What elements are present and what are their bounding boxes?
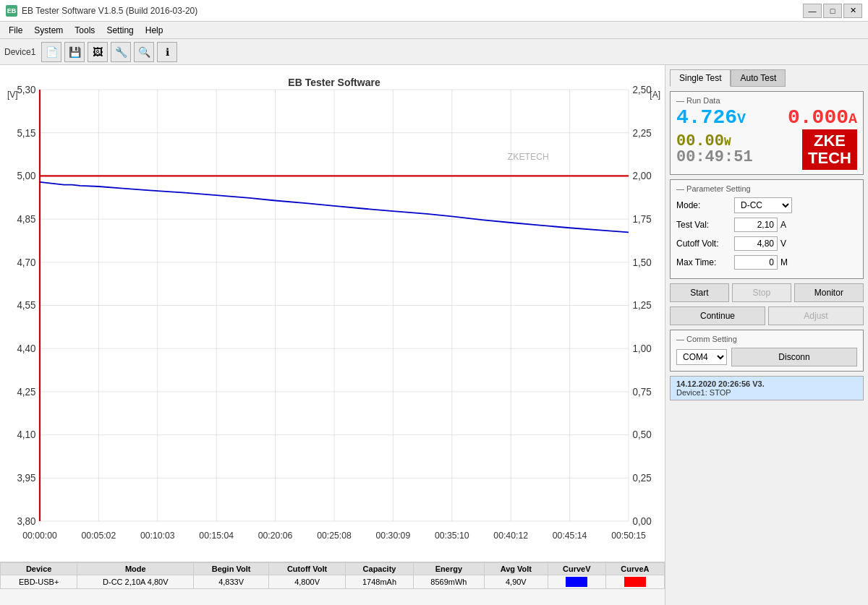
tabs: Single Test Auto Test <box>670 69 864 87</box>
cell-cutoff-volt: 4,800V <box>268 575 345 589</box>
device-label: Device1 <box>4 47 35 57</box>
svg-text:4,25: 4,25 <box>17 385 35 398</box>
tab-single-test[interactable]: Single Test <box>670 69 731 87</box>
chart-title: EB Tester Software <box>40 72 629 90</box>
svg-text:00:45:14: 00:45:14 <box>553 530 587 541</box>
svg-text:00:35:10: 00:35:10 <box>435 530 469 541</box>
monitor-button[interactable]: Monitor <box>794 283 864 302</box>
power-display: 00.00W <box>676 134 753 150</box>
menu-file[interactable]: File <box>3 24 28 37</box>
svg-text:5,15: 5,15 <box>17 126 35 139</box>
svg-text:00:10:03: 00:10:03 <box>140 530 175 541</box>
svg-text:5,00: 5,00 <box>17 170 35 182</box>
menu-system[interactable]: System <box>28 24 69 37</box>
info-button[interactable]: ℹ <box>157 42 177 62</box>
mode-select[interactable]: D-CC D-CV D-CR D-CP <box>734 197 792 213</box>
svg-text:4,10: 4,10 <box>17 429 35 441</box>
tab-auto-test[interactable]: Auto Test <box>731 69 786 87</box>
current-display: 0.000A <box>788 108 857 128</box>
toolbar: Device1 📄 💾 🖼 🔧 🔍 ℹ <box>0 39 868 65</box>
svg-text:0,50: 0,50 <box>633 429 652 441</box>
chart-container: EB Tester Software [V] [A] <box>0 65 665 562</box>
comm-port-select[interactable]: COM4 COM1 COM2 COM3 <box>676 349 727 365</box>
cutoff-input[interactable] <box>734 236 778 251</box>
table-row: EBD-USB+ D-CC 2,10A 4,80V 4,833V 4,800V … <box>1 575 665 589</box>
stop-button[interactable]: Stop <box>732 283 791 302</box>
menu-bar: File System Tools Setting Help <box>0 22 868 39</box>
close-button[interactable]: ✕ <box>843 4 862 18</box>
svg-text:2,25: 2,25 <box>633 126 652 139</box>
svg-text:00:00:00: 00:00:00 <box>22 530 57 541</box>
cell-energy: 8569mWh <box>413 575 484 589</box>
svg-text:00:15:04: 00:15:04 <box>199 530 234 541</box>
svg-text:00:40:12: 00:40:12 <box>493 530 528 541</box>
svg-text:5,30: 5,30 <box>17 83 35 95</box>
col-energy: Energy <box>413 563 484 575</box>
col-cutoff-volt: Cutoff Volt <box>268 563 345 575</box>
voltage-display: 4.726V <box>676 108 746 128</box>
svg-text:00:30:09: 00:30:09 <box>376 530 411 541</box>
svg-text:2,00: 2,00 <box>633 170 652 182</box>
menu-tools[interactable]: Tools <box>69 24 101 37</box>
continue-button[interactable]: Continue <box>670 306 765 325</box>
maxtime-unit: M <box>780 257 788 267</box>
comm-row: COM4 COM1 COM2 COM3 Disconn <box>676 348 857 366</box>
svg-text:1,75: 1,75 <box>633 213 652 225</box>
cell-mode: D-CC 2,10A 4,80V <box>77 575 194 589</box>
main-content: EB Tester Software [V] [A] <box>0 65 868 605</box>
new-button[interactable]: 📄 <box>41 42 61 62</box>
svg-text:3,80: 3,80 <box>17 515 35 527</box>
svg-text:1,50: 1,50 <box>633 256 652 268</box>
run-data-box: — Run Data 4.726V 0.000A 00.00W 00:49:51… <box>670 91 864 175</box>
title-bar: EB EB Tester Software V1.8.5 (Build 2016… <box>0 0 868 22</box>
status-timestamp: 14.12.2020 20:26:56 V3. <box>676 379 857 388</box>
y-axis-right-label: [A] <box>650 90 660 100</box>
cutoff-unit: V <box>780 239 786 249</box>
menu-setting[interactable]: Setting <box>101 24 139 37</box>
time-display: 00:49:51 <box>676 150 753 166</box>
zke-logo: ZKE TECH <box>802 129 857 170</box>
btn-row1: Start Stop Monitor <box>670 283 864 302</box>
btn-row2: Continue Adjust <box>670 306 864 325</box>
svg-text:4,40: 4,40 <box>17 343 35 355</box>
minimize-button[interactable]: — <box>803 4 822 18</box>
chart-svg: ZKETECH 5,30 5,15 5,00 4,85 4,70 4,55 4,… <box>40 90 629 521</box>
svg-text:00:05:02: 00:05:02 <box>82 530 116 541</box>
start-button[interactable]: Start <box>670 283 729 302</box>
menu-help[interactable]: Help <box>140 24 169 37</box>
save-button[interactable]: 💾 <box>64 42 85 62</box>
svg-text:ZKETECH: ZKETECH <box>508 151 549 163</box>
col-mode: Mode <box>77 563 194 575</box>
col-begin-volt: Begin Volt <box>194 563 269 575</box>
svg-text:0,75: 0,75 <box>633 385 652 398</box>
chart-area: EB Tester Software [V] [A] <box>0 65 665 605</box>
svg-text:00:25:08: 00:25:08 <box>317 530 352 541</box>
mode-row: Mode: D-CC D-CV D-CR D-CP <box>676 197 857 213</box>
search-button[interactable]: 🔍 <box>134 42 154 62</box>
svg-text:4,55: 4,55 <box>17 299 35 312</box>
tools-button[interactable]: 🔧 <box>111 42 131 62</box>
svg-text:1,00: 1,00 <box>633 343 652 355</box>
svg-text:0,25: 0,25 <box>633 472 652 484</box>
cell-curve-v <box>548 575 605 589</box>
adjust-button[interactable]: Adjust <box>768 306 864 325</box>
data-table: Device Mode Begin Volt Cutoff Volt Capac… <box>0 562 665 605</box>
status-device: Device1: STOP <box>676 388 857 397</box>
testval-row: Test Val: A <box>676 218 857 232</box>
comm-box: — Comm Setting COM4 COM1 COM2 COM3 Disco… <box>670 330 864 372</box>
col-device: Device <box>1 563 77 575</box>
title-bar-left: EB EB Tester Software V1.8.5 (Build 2016… <box>6 5 197 17</box>
cell-begin-volt: 4,833V <box>194 575 269 589</box>
cutoff-row: Cutoff Volt: V <box>676 236 857 251</box>
maxtime-input[interactable] <box>734 255 778 270</box>
restore-button[interactable]: □ <box>823 4 842 18</box>
disconnect-button[interactable]: Disconn <box>731 348 857 366</box>
image-button[interactable]: 🖼 <box>88 42 108 62</box>
title-controls: — □ ✕ <box>803 4 862 18</box>
testval-unit: A <box>780 220 786 230</box>
right-panel: Single Test Auto Test — Run Data 4.726V … <box>665 65 868 605</box>
testval-input[interactable] <box>734 218 778 232</box>
maxtime-row: Max Time: M <box>676 255 857 270</box>
svg-text:2,50: 2,50 <box>633 83 652 95</box>
y-axis-left-label: [V] <box>7 90 18 100</box>
